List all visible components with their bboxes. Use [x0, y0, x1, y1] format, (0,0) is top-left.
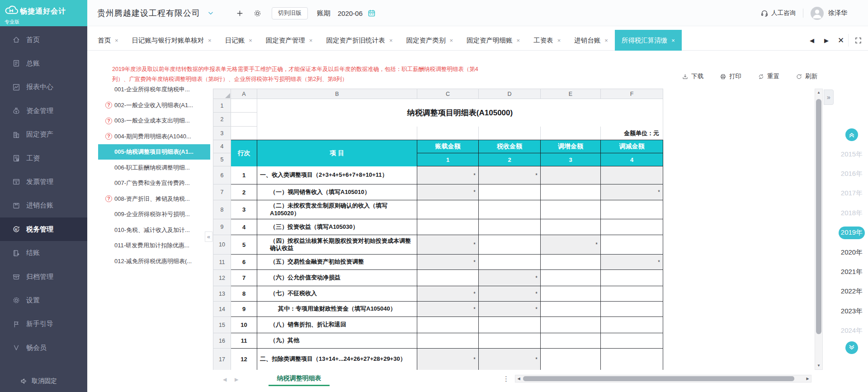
xh-cell[interactable]: 6 [231, 255, 257, 270]
xh-cell[interactable]: 7 [231, 270, 257, 286]
amount-cell[interactable]: * [417, 286, 479, 302]
amount-cell[interactable]: * [479, 302, 541, 317]
sidebar-item-发票管理[interactable]: 发票管理 [0, 170, 87, 194]
sheet-title-cell[interactable]: 纳税调整项目明细表(A105000) [257, 99, 663, 127]
amount-cell[interactable]: * [417, 255, 479, 270]
xh-cell[interactable]: 11 [231, 333, 257, 349]
amount-cell[interactable]: * [479, 270, 541, 286]
tab-close-icon[interactable]: × [309, 37, 313, 44]
xh-cell[interactable]: 10 [231, 317, 257, 333]
sidebar-item-报表中心[interactable]: 报表中心 [0, 76, 87, 99]
tab-固定资产类别[interactable]: 固定资产类别× [399, 30, 460, 51]
horizontal-scrollbar-thumb[interactable] [523, 376, 794, 381]
amount-cell[interactable] [541, 270, 601, 286]
empty-cell[interactable] [231, 113, 257, 127]
column-header-E[interactable]: E [541, 89, 601, 99]
amount-cell[interactable] [479, 255, 541, 270]
close-all-tabs-button[interactable]: ✕ [834, 36, 848, 45]
amount-cell[interactable] [601, 270, 663, 286]
tab-close-icon[interactable]: × [389, 37, 393, 44]
row-number[interactable]: 6 [213, 166, 231, 184]
amount-cell[interactable] [417, 333, 479, 349]
amount-cell[interactable] [541, 333, 601, 349]
report-list-item[interactable]: ?004-期间费用明细表(A1040... [87, 129, 213, 144]
tab-close-icon[interactable]: × [517, 37, 520, 44]
report-list-item[interactable]: 009-企业所得税弥补亏损明... [87, 207, 213, 222]
amount-cell[interactable] [541, 349, 601, 370]
question-icon[interactable]: ? [105, 102, 112, 109]
report-list-item[interactable]: 010-免税、减计收入及加计... [87, 222, 213, 238]
scroll-tabs-right-button[interactable]: ▶ [819, 37, 834, 44]
row-number[interactable]: 12 [213, 270, 231, 286]
amount-cell[interactable] [541, 200, 601, 219]
tab-close-icon[interactable]: × [449, 37, 453, 44]
amount-cell[interactable]: * [479, 286, 541, 302]
amount-cell[interactable]: * [541, 235, 601, 255]
tab-工资表[interactable]: 工资表× [527, 30, 567, 51]
report-list-item[interactable]: 007-广告费和业务宣传费跨... [87, 175, 213, 191]
live-support-button[interactable]: 人工咨询 [760, 9, 796, 17]
report-list-item[interactable]: ?002-一般企业收入明细表(A1... [87, 98, 213, 113]
question-icon[interactable]: ? [105, 118, 112, 124]
question-icon[interactable]: ? [105, 133, 112, 140]
sidebar-item-工资[interactable]: 工资 [0, 146, 87, 170]
toolbar-打印-button[interactable]: 打印 [720, 72, 741, 80]
item-cell[interactable]: 其中：专项用途财政性资金（填写A105040） [257, 302, 417, 317]
row-number[interactable]: 2 [213, 113, 231, 127]
column-header-C[interactable]: C [417, 89, 479, 99]
empty-cell[interactable] [479, 127, 541, 140]
sidebar-item-税务管理[interactable]: 税税务管理 [0, 217, 87, 241]
amount-cell[interactable] [601, 302, 663, 317]
empty-cell[interactable] [541, 127, 601, 140]
amount-cell[interactable] [479, 184, 541, 200]
amount-cell[interactable] [417, 317, 479, 333]
vertical-scrollbar-thumb[interactable] [816, 99, 821, 334]
report-list-item[interactable]: 005-纳税调整项目明细表(A1... [87, 144, 213, 160]
amount-cell[interactable] [601, 219, 663, 235]
unpin-sidebar-button[interactable]: 取消固定 [20, 377, 57, 385]
tab-close-icon[interactable]: × [208, 37, 212, 44]
calendar-icon[interactable] [367, 9, 376, 18]
amount-cell[interactable] [601, 333, 663, 349]
year-item-2021年[interactable]: 2021年 [835, 266, 868, 277]
tab-close-icon[interactable]: × [115, 37, 118, 44]
amount-cell[interactable] [601, 200, 663, 219]
empty-cell[interactable] [417, 127, 479, 140]
kebab-menu-icon[interactable]: ⋮ [503, 375, 509, 383]
row-number[interactable]: 15 [213, 317, 231, 333]
row-number[interactable]: 10 [213, 235, 231, 255]
row-number[interactable]: 17 [213, 349, 231, 370]
tab-所得税汇算清缴[interactable]: 所得税汇算清缴× [615, 30, 682, 51]
amount-cell[interactable]: * [417, 302, 479, 317]
amount-cell[interactable] [417, 270, 479, 286]
sidebar-item-畅会员[interactable]: 畅会员 [0, 336, 87, 359]
xh-cell[interactable]: 4 [231, 219, 257, 235]
question-icon[interactable]: ? [105, 195, 112, 202]
xh-cell[interactable]: 8 [231, 286, 257, 302]
amount-cell[interactable] [601, 235, 663, 255]
year-item-2023年[interactable]: 2023年 [835, 306, 868, 316]
amount-cell[interactable] [541, 317, 601, 333]
sheet-tab-prev-arrow[interactable]: ◀ [223, 377, 226, 383]
xh-cell[interactable]: 5 [231, 235, 257, 255]
item-cell[interactable]: 一、收入类调整项目（2+3+4+5+6+7+8+10+11） [257, 166, 417, 184]
column-header-B[interactable]: B [257, 89, 417, 99]
tab-首页[interactable]: 首页× [91, 30, 125, 51]
xh-cell[interactable]: 3 [231, 200, 257, 219]
tab-进销台账[interactable]: 进销台账× [567, 30, 615, 51]
xh-cell[interactable]: 12 [231, 349, 257, 370]
scroll-down-arrow[interactable]: ▼ [815, 362, 822, 369]
amount-cell[interactable]: * [479, 349, 541, 370]
year-item-2020年[interactable]: 2020年 [835, 247, 868, 258]
tab-close-icon[interactable]: × [557, 37, 561, 44]
sheet-tab[interactable]: 纳税调整明细表 [269, 372, 330, 386]
gear-icon[interactable] [253, 9, 262, 18]
column-header-A[interactable]: A [231, 89, 257, 99]
report-list-item[interactable]: ?003-一般企业成本支出明细... [87, 113, 213, 128]
fullscreen-icon[interactable] [848, 34, 868, 47]
empty-cell[interactable] [257, 127, 417, 140]
xh-cell[interactable]: 9 [231, 302, 257, 317]
amount-cell[interactable] [601, 166, 663, 184]
tab-日记账[interactable]: 日记账× [218, 30, 259, 51]
horizontal-scrollbar[interactable]: ◀ ▶ [515, 375, 811, 383]
